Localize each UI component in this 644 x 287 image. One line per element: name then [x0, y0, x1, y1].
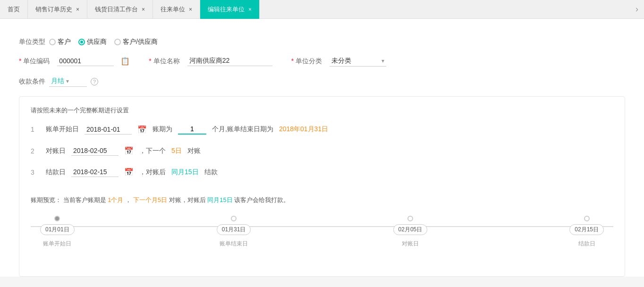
chevron-down-icon: ▾ [381, 58, 384, 64]
radio-both[interactable]: 客户/供应商 [114, 38, 158, 46]
radio-circle-customer [49, 39, 56, 45]
payment-date-input[interactable] [71, 167, 119, 177]
tab-sales-order-history-label: 销售订单历史 [35, 5, 72, 14]
unit-code-copy-icon[interactable]: 📋 [120, 57, 130, 66]
preview-middle1: ， [125, 196, 131, 203]
preview-section: 账期预览： 当前客户账期是 1个月 ， 下一个月5日 对账，对账后 同月15日 … [31, 188, 613, 267]
calendar-icon-3[interactable]: 📅 [124, 168, 134, 177]
row-desc-prefix-2: ，下一个 [139, 147, 166, 155]
timeline-point-1: 01月31日 账单结束日 [217, 216, 251, 248]
point-date-3: 02月15日 [569, 224, 604, 235]
timeline-point-0: 01月01日 账单开始日 [40, 216, 75, 248]
preview-label: 账期预览： [31, 196, 61, 203]
setting-row-2: 2 对账日 📅 ，下一个 5日 对账 [31, 146, 613, 156]
point-dot-3 [584, 216, 590, 221]
unit-type-label: 单位类型 [19, 38, 45, 46]
unit-category-select[interactable]: 未分类 ▾ [330, 56, 386, 67]
row-label-3: 结款日 [46, 168, 66, 177]
start-date-input[interactable] [85, 125, 132, 135]
row-num-3: 3 [31, 169, 40, 176]
row-desc-prefix-1: 账期为 [153, 125, 172, 134]
radio-both-label: 客户/供应商 [123, 38, 158, 46]
tab-bar: 首页 销售订单历史 × 钱货日清工作台 × 往来单位 × 编辑往来单位 × › [0, 0, 644, 19]
row-label-1: 账单开始日 [46, 125, 79, 134]
tab-edit-partner[interactable]: 编辑往来单位 × [200, 0, 260, 19]
reconcile-highlight: 5日 [171, 147, 182, 155]
payment-terms-row: 收款条件 月结 ▾ ? [19, 76, 625, 87]
point-label-0: 账单开始日 [43, 240, 71, 248]
row-num-1: 1 [31, 126, 40, 133]
timeline-point-3: 02月15日 结款日 [569, 216, 604, 248]
reconcile-date-input[interactable] [71, 146, 119, 156]
unit-name-label: 单位名称 [149, 57, 179, 66]
timeline-point-2: 02月05日 对账日 [393, 216, 428, 248]
tab-home[interactable]: 首页 [0, 0, 28, 19]
unit-code-input[interactable] [57, 56, 114, 66]
unit-details-row: 单位编码 📋 单位名称 单位分类 未分类 ▾ [19, 56, 625, 67]
setting-row-1: 1 账单开始日 📅 账期为 个月,账单结束日期为 2018年01月31日 [31, 124, 613, 135]
help-icon[interactable]: ? [91, 78, 98, 85]
timeline-points: 01月01日 账单开始日 01月31日 账单结束日 02月05日 对账日 [40, 216, 604, 248]
close-icon[interactable]: × [76, 6, 79, 13]
row-num-2: 2 [31, 147, 40, 155]
radio-customer[interactable]: 客户 [49, 38, 71, 46]
preview-highlight1: 1个月 [108, 196, 123, 203]
timeline-container: 01月01日 账单开始日 01月31日 账单结束日 02月05日 对账日 [31, 216, 613, 267]
calendar-icon-1[interactable]: 📅 [137, 125, 147, 134]
unit-category-value: 未分类 [331, 57, 381, 65]
calendar-icon-2[interactable]: 📅 [124, 146, 134, 155]
row-desc-suffix-2: 对账 [187, 147, 201, 155]
row-desc-suffix-1: 个月,账单结束日期为 [212, 125, 273, 134]
point-date-0: 01月01日 [40, 224, 75, 235]
tab-home-label: 首页 [8, 5, 20, 14]
point-dot-1 [231, 216, 237, 221]
preview-end: 该客户会给我打款。 [234, 196, 289, 203]
payment-highlight: 同月15日 [171, 168, 199, 177]
point-label-2: 对账日 [402, 240, 419, 248]
radio-circle-supplier [78, 39, 85, 45]
settings-card: 请按照未来的一个完整帐期进行设置 1 账单开始日 📅 账期为 个月,账单结束日期… [19, 96, 625, 277]
point-date-1: 01月31日 [217, 224, 251, 235]
card-title: 请按照未来的一个完整帐期进行设置 [31, 106, 613, 115]
unit-type-row: 单位类型 客户 供应商 客户/供应商 [19, 38, 625, 46]
unit-name-group: 单位名称 [149, 56, 272, 66]
radio-group-unit-type: 客户 供应商 客户/供应商 [49, 38, 158, 46]
end-date-highlight: 2018年01月31日 [279, 125, 328, 134]
point-date-2: 02月05日 [393, 224, 428, 235]
radio-circle-both [114, 39, 121, 45]
point-dot-0 [54, 216, 60, 221]
row-desc-prefix-3: ，对账后 [139, 168, 166, 177]
preview-highlight2: 下一个月5日 [133, 196, 167, 203]
tab-more-button[interactable]: › [630, 4, 644, 14]
radio-supplier-label: 供应商 [87, 38, 107, 46]
main-content: 单位类型 客户 供应商 客户/供应商 单位编码 📋 单位名称 [0, 19, 644, 277]
radio-customer-label: 客户 [58, 38, 71, 46]
close-icon[interactable]: × [189, 6, 192, 13]
unit-category-group: 单位分类 未分类 ▾ [291, 56, 386, 67]
setting-row-3: 3 结款日 📅 ，对账后 同月15日 结款 [31, 167, 613, 177]
payment-terms-select[interactable]: 月结 ▾ [49, 76, 87, 87]
row-label-2: 对账日 [46, 147, 66, 155]
tab-cash-work-label: 钱货日清工作台 [95, 5, 138, 14]
preview-before: 当前客户账期是 [63, 196, 106, 203]
preview-text: 账期预览： 当前客户账期是 1个月 ， 下一个月5日 对账，对账后 同月15日 … [31, 196, 613, 204]
tab-sales-order-history[interactable]: 销售订单历史 × [28, 0, 87, 19]
unit-code-label: 单位编码 [19, 57, 50, 66]
close-icon[interactable]: × [142, 6, 145, 13]
radio-supplier[interactable]: 供应商 [78, 38, 107, 46]
tab-edit-partner-label: 编辑往来单位 [208, 5, 245, 14]
payment-terms-label: 收款条件 [19, 77, 45, 86]
tab-partner[interactable]: 往来单位 × [153, 0, 200, 19]
period-input[interactable] [178, 124, 206, 135]
tab-cash-work[interactable]: 钱货日清工作台 × [87, 0, 153, 19]
row-desc-suffix-3: 结款 [204, 168, 218, 177]
point-label-3: 结款日 [578, 240, 595, 248]
unit-code-group: 单位编码 📋 [19, 56, 130, 66]
preview-middle2: 对账，对账后 [169, 196, 206, 203]
unit-name-input[interactable] [187, 56, 272, 66]
chevron-down-icon: ▾ [66, 78, 69, 84]
tab-partner-label: 往来单位 [161, 5, 185, 14]
close-icon[interactable]: × [248, 6, 252, 13]
preview-highlight3: 同月15日 [207, 196, 232, 203]
point-label-1: 账单结束日 [220, 240, 248, 248]
